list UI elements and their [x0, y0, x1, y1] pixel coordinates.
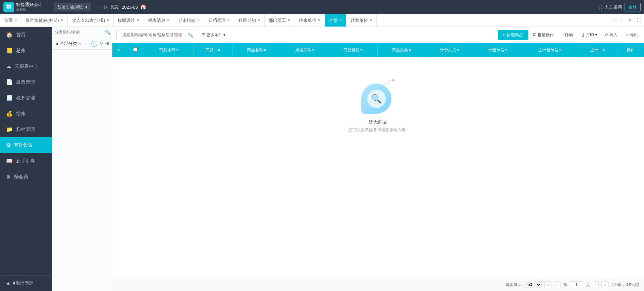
category-settings-icon[interactable]: ⚙ [99, 41, 103, 47]
category-search-input[interactable] [55, 30, 105, 35]
col-header-3[interactable]: 商品...⇅ [193, 43, 232, 57]
tab-close-8[interactable]: ✕ [287, 18, 290, 22]
tab-item-9[interactable]: 往来单位✕ [295, 14, 325, 27]
first-page-btn[interactable]: « [544, 281, 551, 288]
col-header-5[interactable]: 规格型号⇅ [281, 43, 329, 57]
sidebar-item-畅会员[interactable]: ♛畅会员 [0, 169, 52, 185]
sidebar-item-归档管理[interactable]: 📁归档管理 [0, 122, 52, 137]
sidebar-bottom-pin[interactable]: ◀ ◀取消固定 [0, 275, 52, 291]
category-collapse-icon[interactable]: ◀ [105, 41, 109, 47]
category-add-icon[interactable]: + [91, 41, 97, 47]
empty-illustration: 🔍 [358, 77, 398, 114]
col-header-6[interactable]: 商品类型⇅ [329, 43, 377, 57]
tab-close-11[interactable]: ✕ [369, 18, 372, 22]
sidebar-item-发票管理[interactable]: 📄发票管理 [0, 74, 52, 90]
edit-icon: ✎ [78, 42, 81, 46]
sidebar-item-基础设置[interactable]: ⚙基础设置 [0, 137, 52, 153]
next-page-btn[interactable]: › [593, 281, 599, 288]
sidebar-item-云报表中心[interactable]: ☁云报表中心 [0, 58, 52, 74]
all-category-label[interactable]: 全部分类 [60, 41, 77, 47]
tab-item-3[interactable]: 模版设计✕ [114, 14, 144, 27]
add-product-btn[interactable]: + 新增商品 [498, 30, 528, 40]
add-tab-icon[interactable]: ＋ [97, 4, 101, 10]
sidebar-label-2: 云报表中心 [15, 63, 38, 69]
sort-icon: ⇅ [218, 48, 220, 52]
tab-close-6[interactable]: ✕ [227, 18, 230, 22]
per-page-select[interactable]: 50 20 100 [525, 281, 542, 288]
col-header-7[interactable]: 商品分类⇅ [377, 43, 426, 57]
batch-btn[interactable]: ☑ 批量操作 [531, 31, 556, 39]
workspace-selector[interactable]: 基层工会测试 ▾ [54, 3, 91, 11]
empty-title: 暂无商品 [369, 119, 387, 125]
tab-item-2[interactable]: 收入支出表(年报)✕ [68, 14, 114, 27]
tab-scroll-right[interactable]: › [618, 14, 625, 27]
sidebar-item-税务管理[interactable]: 🧾税务管理 [0, 90, 52, 106]
select-all-checkbox[interactable] [133, 47, 138, 52]
sidebar-item-总账[interactable]: 📒总账 [0, 43, 52, 58]
category-search-icon[interactable]: 🔍 [105, 30, 111, 35]
tab-item-7[interactable]: 科目期初✕ [234, 14, 265, 27]
tab-close-2[interactable]: ✕ [106, 18, 109, 22]
rengong-btn[interactable]: 🎧 人工咨询 [598, 4, 622, 10]
product-search-input[interactable] [119, 31, 186, 39]
print-icon: 🖨 [581, 33, 585, 37]
page-input[interactable] [570, 281, 583, 288]
tab-expand[interactable]: ⛶ [634, 14, 644, 27]
tab-item-6[interactable]: 归档管理✕ [204, 14, 234, 27]
tab-scroll-left[interactable]: ‹ [611, 14, 618, 27]
tab-label: 模版设计 [118, 17, 135, 23]
sidebar-icon-5: 💰 [6, 110, 13, 117]
sort-icon: ⇅ [312, 48, 315, 52]
tab-item-0[interactable]: 首页✕ [0, 14, 21, 27]
prev-page-btn[interactable]: ‹ [554, 281, 560, 288]
import-btn[interactable]: ⟳ 导入 [603, 31, 620, 39]
tab-close-1[interactable]: ✕ [60, 18, 63, 22]
tab-label: 部门员工 [269, 17, 286, 23]
print-btn[interactable]: 🖨 打印 ▾ [579, 31, 599, 39]
col-header-1 [126, 43, 145, 57]
tab-item-5[interactable]: 期末结转✕ [174, 14, 204, 27]
last-page-btn[interactable]: » [601, 281, 608, 288]
tab-close-all[interactable]: ✕ [625, 14, 634, 27]
export-btn[interactable]: ↗ 导出 [624, 31, 640, 39]
per-page-label: 每页显示 [506, 282, 522, 288]
tab-label: 期末结转 [178, 17, 196, 23]
chevron-down-icon: ▾ [223, 33, 225, 37]
more-filter-btn[interactable]: ☰ 更多条件 ▾ [199, 31, 228, 39]
col-header-2[interactable]: 商品条码⇅ [145, 43, 194, 57]
sidebar-item-首页[interactable]: 🏠首页 [0, 27, 52, 43]
col-header-8[interactable]: 计价方式⇅ [426, 43, 474, 57]
tab-close-7[interactable]: ✕ [257, 18, 260, 22]
tab-item-11[interactable]: 计量单位✕ [346, 14, 377, 27]
col-header-10[interactable]: 主计量单位⇅ [522, 43, 578, 57]
col-header-11[interactable]: 主计...⇅ [578, 43, 618, 57]
kuaiji-btn[interactable]: 会计 [625, 3, 641, 11]
tab-close-4[interactable]: ✕ [167, 18, 170, 22]
tab-item-1[interactable]: 资产负债表(中期)✕ [21, 14, 68, 27]
sidebar-item-结账[interactable]: 💰结账 [0, 106, 52, 122]
total-info: 共0页，0条记录 [611, 282, 640, 288]
category-header: ⠿ 全部分类 ✎ + ⚙ ◀ [52, 38, 112, 50]
tab-close-9[interactable]: ✕ [318, 18, 321, 22]
sort-icon: ⇅ [505, 48, 508, 52]
sidebar-item-新手引导[interactable]: 📖新手引导 [0, 153, 52, 169]
sidebar-icon-1: 📒 [6, 47, 13, 54]
print-chevron: ▾ [595, 33, 597, 37]
tab-close-0[interactable]: ✕ [14, 18, 17, 22]
settings-icon[interactable]: ⚙ [103, 5, 107, 10]
sidebar-icon-0: 🏠 [6, 32, 13, 38]
product-search-icon[interactable]: 🔍 [188, 33, 193, 38]
col-header-9[interactable]: 计量单位⇅ [474, 43, 522, 57]
col-header-4[interactable]: 商品名称⇅ [232, 43, 281, 57]
tab-item-8[interactable]: 部门员工✕ [265, 14, 295, 27]
tab-item-4[interactable]: 税表清单✕ [144, 14, 174, 27]
sidebar-label-0: 首页 [16, 32, 25, 38]
tab-close-10[interactable]: ✕ [339, 18, 342, 22]
tab-label: 资产负债表(中期) [25, 17, 59, 23]
calendar-icon[interactable]: 📅 [140, 4, 146, 10]
tab-item-10[interactable]: 存货✕ [325, 14, 346, 27]
move-btn[interactable]: ↕ 移动 [560, 31, 575, 39]
tab-close-5[interactable]: ✕ [197, 18, 200, 22]
product-search-box: 🔍 [116, 30, 196, 40]
tab-close-3[interactable]: ✕ [137, 18, 140, 22]
